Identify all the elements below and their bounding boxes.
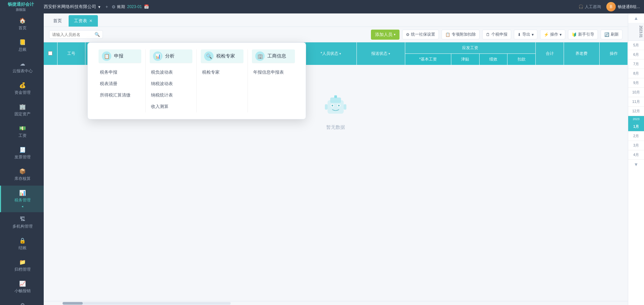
- sidebar-label-multi: 多机构管理: [12, 224, 33, 229]
- rs-month-4[interactable]: 4月: [628, 150, 644, 160]
- invoice-icon: 🧾: [19, 147, 26, 153]
- header-deduction: 扣款: [507, 54, 536, 65]
- svg-rect-8: [344, 104, 346, 110]
- tax-item-tax-burden[interactable]: 税负波动表: [150, 67, 192, 78]
- sidebar-item-tax[interactable]: 📊 税务管理 ◂: [0, 186, 44, 212]
- analysis-label: 分析: [165, 53, 175, 59]
- tax-item-annual-report[interactable]: 年报信息申报表: [252, 67, 295, 78]
- user-name: 畅捷通B组...: [618, 4, 640, 10]
- rs-down-arrow[interactable]: ▼: [628, 160, 644, 169]
- tax-menu-popup: 📋 申报 税务申报 税表清册 所得税汇算清缴 📊 分析 税负波动表 纳税波动表 …: [87, 42, 306, 119]
- export-button[interactable]: ⬇ 导出 ▾: [514, 30, 537, 39]
- new-guide-button[interactable]: 🔰 新手引导: [568, 30, 598, 39]
- tab-salary[interactable]: 工资表 ✕: [69, 15, 98, 27]
- rs-month-1[interactable]: 1月: [628, 122, 644, 131]
- sidebar-item-close[interactable]: 🔒 结账: [0, 233, 44, 255]
- header-pension: 养老费: [564, 42, 599, 65]
- top-bar: 畅捷通好会计 旗舰版 西安虾米网络科技有限公司 ▾ ＋ ⚙ 账期 2023-01…: [0, 0, 644, 13]
- sidebar-label-salary: 工资: [18, 133, 27, 139]
- company-selector[interactable]: 西安虾米网络科技有限公司 ▾: [41, 2, 103, 11]
- header-submit: 报送状态 ▾: [356, 42, 405, 65]
- biz-label: 工商信息: [267, 53, 286, 59]
- header-base-salary: *基本工资: [405, 54, 451, 65]
- search-wrap: 🔍: [49, 30, 103, 39]
- sidebar-item-settings[interactable]: ⚙ 基础设置: [0, 298, 44, 305]
- social-security-button[interactable]: ⚙ 统一社保设置: [402, 30, 439, 39]
- tax-col-expert: 🔍 税检专家 税检专家: [197, 49, 248, 112]
- sidebar-item-invoice[interactable]: 🧾 发票管理: [0, 143, 44, 164]
- tab-home[interactable]: 首页: [48, 15, 67, 27]
- sidebar-item-salary[interactable]: 💵 工资: [0, 121, 44, 143]
- app-logo: 畅捷通好会计 旗舰版: [4, 1, 38, 12]
- tax-item-expert[interactable]: 税检专家: [201, 67, 243, 78]
- rs-month-6[interactable]: 6月: [628, 50, 644, 60]
- add-company-btn[interactable]: ＋: [105, 4, 109, 10]
- period-value: 2023-01: [127, 4, 142, 9]
- topbar-right: 🎧 人工咨询 B 畅捷通B组...: [578, 2, 640, 11]
- sidebar-item-multi[interactable]: 🏗 多机构管理: [0, 212, 44, 233]
- rs-up-arrow[interactable]: ▲: [628, 13, 644, 23]
- tax-item-tax-declaration[interactable]: 税务申报: [99, 67, 141, 78]
- new-guide-icon: 🔰: [572, 32, 577, 37]
- sidebar-item-home[interactable]: 🏠 首页: [0, 13, 44, 35]
- sidebar-label-fund: 资金管理: [14, 90, 31, 96]
- operations-icon: ⚡: [544, 32, 549, 37]
- search-icon: 🔍: [94, 32, 100, 37]
- sidebar-label-assets: 固定资产: [14, 111, 31, 117]
- sidebar-item-assets[interactable]: 🏢 固定资产: [0, 100, 44, 121]
- tax-item-tax-fluctuation[interactable]: 纳税波动表: [150, 78, 192, 89]
- refresh-icon: 🔄: [604, 32, 609, 37]
- archive-icon: 📁: [19, 259, 26, 265]
- bottom-scrollbar[interactable]: [44, 301, 628, 305]
- special-deduct-button[interactable]: 📋 专项附加扣除: [442, 30, 480, 39]
- multi-icon: 🏗: [20, 216, 25, 222]
- tax-item-income-tax-settle[interactable]: 所得税汇算清缴: [99, 89, 141, 101]
- gear-icon: ⚙: [20, 302, 25, 305]
- rs-month-11[interactable]: 11月: [628, 97, 644, 107]
- rs-month-12[interactable]: 12月: [628, 107, 644, 116]
- tab-close-icon[interactable]: ✕: [89, 18, 92, 23]
- rs-month-10[interactable]: 10月: [628, 88, 644, 97]
- rs-month-7[interactable]: 7月: [628, 60, 644, 69]
- sidebar-item-fund[interactable]: 💰 资金管理: [0, 78, 44, 100]
- settings-icon[interactable]: ⚙: [112, 4, 116, 9]
- operations-button[interactable]: ⚡ 操作 ▾: [540, 30, 565, 39]
- social-security-icon: ⚙: [406, 32, 410, 37]
- rs-month-5[interactable]: 5月: [628, 41, 644, 50]
- status-filter-icon[interactable]: ▾: [339, 52, 341, 55]
- individual-tax-button[interactable]: 🗒 个税申报: [482, 30, 511, 39]
- header-status: *人员状态 ▾: [305, 42, 356, 65]
- rs-current-year-badge: 2023: [628, 116, 644, 122]
- sidebar-item-ledger[interactable]: 📒 总账: [0, 35, 44, 56]
- scroll-thumb[interactable]: [63, 302, 83, 305]
- rs-month-9[interactable]: 9月: [628, 78, 644, 88]
- tax-header-analysis: 📊 分析: [150, 49, 192, 63]
- tax-item-tax-stats[interactable]: 纳税统计表: [150, 89, 192, 101]
- support-btn[interactable]: 🎧 人工咨询: [578, 4, 601, 10]
- select-all-checkbox[interactable]: [48, 51, 52, 55]
- sidebar-item-cloud[interactable]: ☁ 云报表中心: [0, 56, 44, 78]
- tax-item-income-calc[interactable]: 收入测算: [150, 101, 192, 112]
- right-sidebar: ▲ 2023.01 5月 6月 7月 8月 9月 10月 11月 12月 202…: [628, 13, 644, 305]
- company-name: 西安虾米网络科技有限公司: [44, 4, 96, 10]
- header-allowance: 津贴: [451, 54, 479, 65]
- logo-sub: 旗舰版: [16, 7, 26, 12]
- submit-filter-icon[interactable]: ▾: [388, 52, 390, 55]
- rs-month-8[interactable]: 8月: [628, 69, 644, 78]
- sidebar-item-inventory[interactable]: 📦 库存核算: [0, 164, 44, 186]
- empty-text: 暂无数据: [326, 124, 345, 130]
- sidebar-item-report[interactable]: 📈 小畅报销: [0, 276, 44, 298]
- sidebar-label-cloud: 云报表中心: [12, 68, 33, 74]
- tax-item-tax-form-list[interactable]: 税表清册: [99, 78, 141, 89]
- rs-month-3[interactable]: 3月: [628, 141, 644, 150]
- sidebar-item-archive[interactable]: 📁 归档管理: [0, 255, 44, 276]
- toolbar: 🔍 添加人员 ▾ ⚙ 统一社保设置 📋 专项附加扣除 🗒 个税申报: [44, 27, 628, 42]
- header-checkbox-cell: [44, 42, 57, 65]
- rs-month-2[interactable]: 2月: [628, 131, 644, 141]
- search-input[interactable]: [52, 32, 92, 37]
- add-person-button[interactable]: 添加人员 ▾: [371, 30, 400, 40]
- svg-point-6: [338, 105, 340, 107]
- calendar-icon[interactable]: 📅: [144, 4, 149, 9]
- refresh-button[interactable]: 🔄 刷新: [601, 30, 622, 39]
- user-info[interactable]: B 畅捷通B组...: [606, 2, 640, 11]
